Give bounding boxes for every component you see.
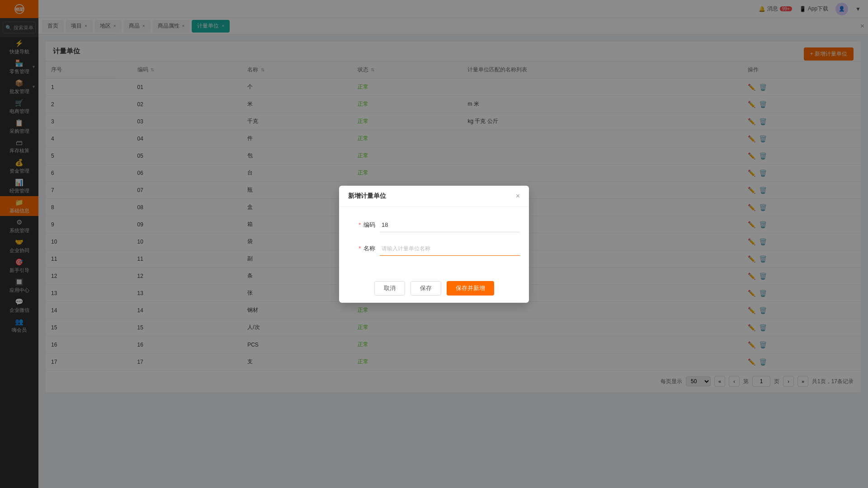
code-label: * 编码 bbox=[348, 221, 375, 229]
add-unit-modal: 新增计量单位 × * 编码 * 名称 取消 保存 保存并新增 bbox=[339, 186, 529, 303]
code-field-row: * 编码 bbox=[348, 218, 520, 232]
modal-close-button[interactable]: × bbox=[516, 192, 520, 200]
name-input[interactable] bbox=[380, 241, 520, 256]
name-field-row: * 名称 bbox=[348, 241, 520, 256]
modal-overlay[interactable]: 新增计量单位 × * 编码 * 名称 取消 保存 保存并新增 bbox=[0, 0, 868, 488]
code-input[interactable] bbox=[380, 218, 520, 232]
modal-title: 新增计量单位 bbox=[348, 192, 386, 200]
modal-body: * 编码 * 名称 bbox=[339, 207, 529, 276]
modal-header: 新增计量单位 × bbox=[339, 186, 529, 207]
save-button[interactable]: 保存 bbox=[410, 281, 441, 296]
modal-footer: 取消 保存 保存并新增 bbox=[339, 276, 529, 303]
save-and-new-button[interactable]: 保存并新增 bbox=[447, 281, 494, 296]
cancel-button[interactable]: 取消 bbox=[374, 281, 405, 296]
name-label: * 名称 bbox=[348, 244, 375, 253]
